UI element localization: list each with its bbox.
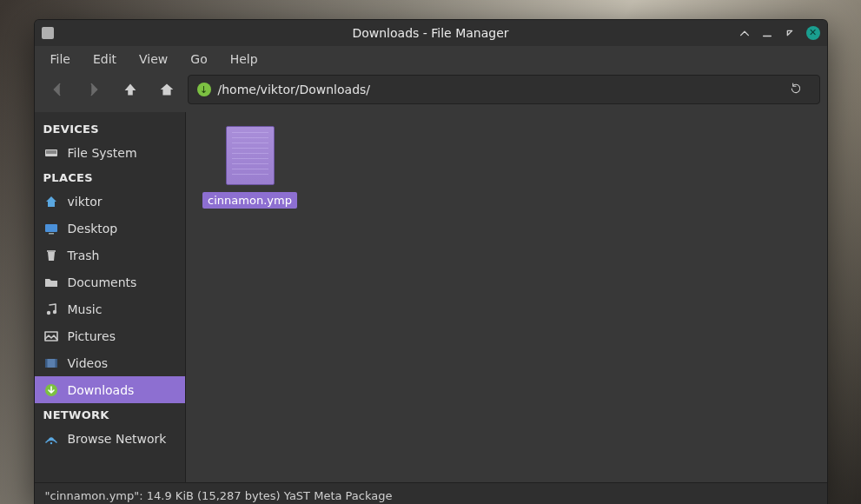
file-item[interactable]: cinnamon.ymp (203, 126, 297, 209)
sidebar-item-home[interactable]: viktor (35, 188, 185, 215)
sidebar-heading-places: PLACES (35, 166, 185, 188)
sidebar-item-downloads[interactable]: Downloads (35, 376, 185, 403)
menu-go[interactable]: Go (182, 49, 215, 70)
sidebar-item-trash[interactable]: Trash (35, 242, 185, 269)
drive-icon (43, 145, 59, 161)
sidebar-item-pictures[interactable]: Pictures (35, 322, 185, 349)
sidebar-item-label: Browse Network (68, 432, 167, 446)
download-icon (43, 382, 59, 398)
sidebar-item-label: Pictures (68, 329, 116, 343)
home-folder-icon (43, 194, 59, 209)
status-bar: "cinnamon.ymp": 14.9 KiB (15,287 bytes) … (35, 482, 827, 504)
sidebar-heading-devices: DEVICES (35, 117, 185, 139)
svg-point-6 (52, 309, 56, 313)
menu-file[interactable]: File (42, 49, 79, 70)
sidebar-item-music[interactable]: Music (35, 295, 185, 322)
folder-icon (43, 275, 59, 290)
path-bar[interactable]: ↓ /home/viktor/Downloads/ (188, 75, 820, 104)
download-icon: ↓ (197, 83, 211, 96)
window-title: Downloads - File Manager (146, 26, 716, 40)
sidebar-item-label: Downloads (68, 383, 135, 397)
keep-above-icon[interactable] (738, 27, 751, 39)
svg-rect-1 (46, 150, 56, 154)
file-thumbnail-icon (226, 126, 275, 185)
sidebar-item-label: File System (68, 146, 137, 160)
back-button[interactable] (42, 75, 73, 104)
status-text: "cinnamon.ymp": 14.9 KiB (15,287 bytes) … (45, 489, 393, 502)
sidebar-item-documents[interactable]: Documents (35, 269, 185, 295)
network-icon (43, 431, 59, 447)
sidebar-item-videos[interactable]: Videos (35, 349, 185, 376)
sidebar-item-label: Videos (68, 356, 109, 370)
menu-view[interactable]: View (130, 49, 176, 70)
videos-icon (43, 355, 59, 371)
menu-help[interactable]: Help (222, 49, 267, 70)
svg-rect-2 (45, 224, 57, 232)
menubar: File Edit View Go Help (35, 46, 827, 72)
menu-edit[interactable]: Edit (84, 49, 125, 70)
svg-rect-10 (55, 359, 57, 368)
sidebar-item-desktop[interactable]: Desktop (35, 215, 185, 242)
file-label: cinnamon.ymp (202, 192, 297, 209)
svg-point-12 (50, 441, 51, 443)
path-text: /home/viktor/Downloads/ (218, 83, 371, 96)
sidebar-item-label: Music (68, 302, 103, 316)
maximize-button[interactable] (784, 27, 796, 39)
sidebar-item-label: viktor (68, 195, 103, 209)
sidebar-item-label: Desktop (68, 222, 118, 235)
sidebar-heading-network: NETWORK (35, 403, 185, 425)
sidebar-item-label: Documents (68, 275, 137, 289)
file-view[interactable]: cinnamon.ymp (186, 112, 827, 482)
svg-rect-3 (49, 233, 54, 235)
sidebar-item-label: Trash (68, 249, 100, 262)
forward-button[interactable] (78, 75, 109, 104)
minimize-button[interactable] (761, 27, 773, 39)
body: DEVICES File System PLACES viktor Deskto… (35, 112, 827, 482)
desktop-icon (43, 221, 59, 236)
app-icon (42, 27, 54, 39)
sidebar-item-browse-network[interactable]: Browse Network (35, 425, 185, 452)
svg-point-5 (46, 310, 50, 314)
reload-button[interactable] (781, 82, 811, 98)
sidebar: DEVICES File System PLACES viktor Deskto… (35, 112, 186, 482)
svg-rect-9 (45, 359, 48, 368)
titlebar[interactable]: Downloads - File Manager ✕ (35, 20, 827, 46)
up-button[interactable] (115, 75, 146, 104)
music-icon (43, 302, 59, 317)
home-button[interactable] (151, 75, 182, 104)
trash-icon (43, 248, 59, 263)
toolbar: ↓ /home/viktor/Downloads/ (35, 72, 827, 112)
pictures-icon (43, 328, 59, 344)
close-button[interactable]: ✕ (806, 26, 820, 40)
sidebar-item-file-system[interactable]: File System (35, 139, 185, 166)
file-manager-window: Downloads - File Manager ✕ File Edit Vie… (34, 19, 828, 504)
svg-rect-4 (47, 250, 56, 252)
